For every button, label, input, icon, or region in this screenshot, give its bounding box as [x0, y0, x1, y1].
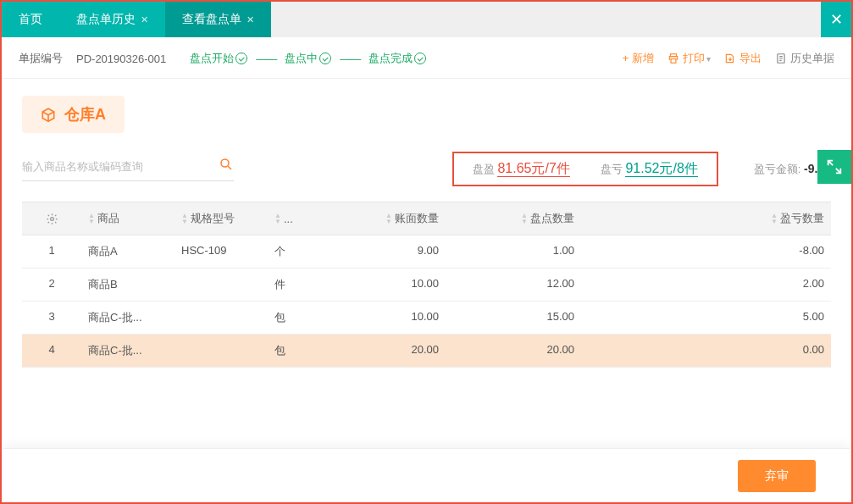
row-diff: 5.00	[581, 310, 831, 325]
row-product: 商品C-批...	[81, 310, 174, 325]
row-unit: 包	[268, 343, 327, 358]
export-icon	[724, 53, 736, 64]
status-start: 盘点开始	[190, 51, 247, 66]
sort-icon	[521, 213, 528, 224]
metrics-highlight: 盘盈 81.65元/7件 盘亏 91.52元/8件	[452, 152, 718, 186]
th-count[interactable]: 盘点数量	[446, 211, 581, 226]
row-count: 12.00	[446, 277, 581, 292]
row-product: 商品C-批...	[81, 343, 174, 358]
status-divider: ——	[256, 53, 276, 65]
sort-icon	[771, 213, 778, 224]
status-mid: 盘点中	[285, 51, 331, 66]
row-book: 10.00	[327, 277, 446, 292]
status-done: 盘点完成	[368, 51, 426, 66]
tab-label: 查看盘点单	[182, 12, 241, 27]
add-button[interactable]: + 新增	[623, 51, 654, 66]
row-index: 1	[22, 244, 81, 259]
table-row[interactable]: 4商品C-批...包20.0020.000.00	[22, 335, 831, 368]
chevron-down-icon: ▾	[706, 54, 711, 64]
expand-button[interactable]	[817, 150, 851, 184]
history-button[interactable]: 历史单据	[775, 51, 834, 66]
tab-bar: 首页 盘点单历史 ✕ 查看盘点单 ✕ ✕	[2, 2, 851, 37]
warehouse-name: 仓库A	[64, 104, 106, 125]
sort-icon	[274, 213, 281, 224]
tabbar-close-button[interactable]: ✕	[821, 2, 851, 37]
settings-column[interactable]	[22, 211, 81, 226]
toolbar: 单据编号 PD-20190326-001 盘点开始 —— 盘点中 —— 盘点完成…	[2, 37, 851, 79]
row-count: 15.00	[446, 310, 581, 325]
print-button[interactable]: 打印 ▾	[667, 51, 711, 66]
export-button[interactable]: 导出	[724, 51, 762, 66]
box-icon	[41, 107, 56, 122]
table-header: 商品 规格型号 ... 账面数量 盘点数量 盈亏数量	[22, 202, 831, 235]
gain-value[interactable]: 81.65元/7件	[497, 161, 569, 177]
gain-label: 盘盈	[473, 163, 495, 175]
sort-icon	[88, 213, 95, 224]
inventory-table: 商品 规格型号 ... 账面数量 盘点数量 盈亏数量 1商品AHSC-109个9…	[22, 202, 831, 368]
row-count: 1.00	[446, 244, 581, 259]
tab-label: 首页	[19, 12, 42, 27]
row-product: 商品B	[81, 277, 174, 292]
row-spec	[174, 310, 268, 325]
row-index: 4	[22, 343, 81, 358]
table-row[interactable]: 2商品B件10.0012.002.00	[22, 269, 831, 302]
svg-rect-1	[671, 59, 676, 64]
row-book: 20.00	[327, 343, 446, 358]
printer-icon	[667, 53, 679, 64]
table-row[interactable]: 1商品AHSC-109个9.001.00-8.00	[22, 235, 831, 269]
doc-number-value: PD-20190326-001	[76, 53, 166, 65]
check-circle-icon	[414, 53, 426, 64]
table-row[interactable]: 3商品C-批...包10.0015.005.00	[22, 302, 831, 335]
status-divider: ——	[340, 53, 360, 65]
abandon-audit-button[interactable]: 弃审	[738, 460, 816, 492]
doc-number-label: 单据编号	[19, 51, 63, 66]
row-book: 9.00	[327, 244, 446, 259]
row-spec: HSC-109	[174, 244, 268, 259]
row-spec	[174, 343, 268, 358]
tab-view-inventory[interactable]: 查看盘点单 ✕	[165, 2, 271, 37]
th-diff[interactable]: 盈亏数量	[581, 211, 831, 226]
th-unit[interactable]: ...	[268, 211, 327, 226]
row-product: 商品A	[81, 244, 174, 259]
row-diff: -8.00	[581, 244, 831, 259]
check-circle-icon	[235, 53, 247, 64]
search-icon[interactable]	[219, 157, 234, 175]
content: 仓库A 盘盈 81.65元/7件 盘亏 91.52元/8件	[2, 79, 851, 368]
th-spec[interactable]: 规格型号	[174, 211, 268, 226]
row-diff: 2.00	[581, 277, 831, 292]
tab-label: 盘点单历史	[76, 12, 136, 27]
row-unit: 包	[268, 310, 327, 325]
row-unit: 个	[268, 244, 327, 259]
close-icon[interactable]: ✕	[141, 14, 148, 25]
row-diff: 0.00	[581, 343, 831, 358]
expand-icon	[825, 158, 844, 176]
bottom-bar: 弃审	[3, 448, 850, 502]
row-book: 10.00	[327, 310, 446, 325]
status-stepper: 盘点开始 —— 盘点中 —— 盘点完成	[190, 51, 426, 66]
th-product[interactable]: 商品	[81, 211, 174, 226]
search-input[interactable]	[22, 160, 210, 173]
tabbar-gap	[271, 2, 821, 37]
row-unit: 件	[268, 277, 327, 292]
history-icon	[775, 53, 787, 64]
warehouse-pill: 仓库A	[22, 96, 125, 133]
row-spec	[174, 277, 268, 292]
sort-icon	[385, 213, 392, 224]
row-index: 3	[22, 310, 81, 325]
loss-value[interactable]: 91.52元/8件	[625, 161, 697, 177]
close-icon[interactable]: ✕	[246, 14, 254, 25]
row-count: 20.00	[446, 343, 581, 358]
sort-icon	[181, 213, 188, 224]
svg-point-3	[221, 159, 229, 167]
tab-home[interactable]: 首页	[2, 2, 59, 37]
check-circle-icon	[319, 53, 331, 64]
gear-icon	[46, 213, 58, 225]
svg-point-4	[50, 217, 53, 220]
loss-label: 盘亏	[601, 163, 623, 175]
search-box	[22, 157, 234, 181]
tab-history[interactable]: 盘点单历史 ✕	[59, 2, 165, 37]
th-book[interactable]: 账面数量	[327, 211, 446, 226]
row-index: 2	[22, 277, 81, 292]
